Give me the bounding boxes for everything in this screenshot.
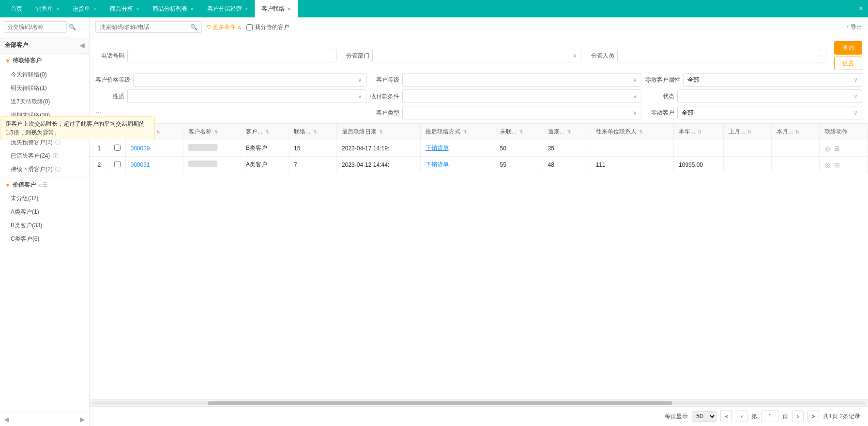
close-icon[interactable]: × [136, 6, 139, 12]
sidebar-item-class-b[interactable]: B类客户(33) [0, 219, 89, 232]
close-icon[interactable]: × [190, 6, 193, 12]
tab-purchase[interactable]: 进货单 × [66, 0, 103, 17]
sort-icon: ⇅ [265, 129, 269, 134]
row-this-month [771, 140, 819, 157]
next-page-button[interactable]: › [792, 411, 804, 422]
th-type[interactable]: 客户... ⇅ [241, 124, 289, 140]
contact-icon[interactable]: ◎ [824, 161, 830, 169]
sidebar-item-7days[interactable]: 近7天待联络(0) [0, 95, 89, 108]
th-overdue[interactable]: 逾期... ⇅ [543, 124, 591, 140]
category-search-input[interactable] [4, 21, 67, 33]
chevron-down-icon: ∨ [853, 93, 858, 100]
phone-input[interactable] [127, 49, 336, 62]
collapse-icon[interactable]: ◀ [80, 42, 84, 49]
tab-home[interactable]: 首页 [4, 0, 29, 17]
more-icon[interactable]: ⊞ [834, 161, 840, 169]
sidebar-item-unclassified[interactable]: 未分组(32) [0, 191, 89, 205]
close-icon[interactable]: × [245, 6, 248, 12]
row-checkbox[interactable] [109, 140, 125, 157]
tab-analysis[interactable]: 商品分析 × [103, 0, 146, 17]
status-select[interactable]: ∨ [677, 89, 862, 103]
th-contacts[interactable]: 往来单位联系人 ⇅ [591, 124, 673, 140]
th-last-contact-method[interactable]: 最后联络方式 ⇅ [420, 124, 495, 140]
tab-customer-contact[interactable]: 客户联络 × [255, 0, 297, 17]
th-this-year[interactable]: 本年... ⇅ [674, 124, 724, 140]
settings-icon[interactable]: ☰ [42, 182, 47, 189]
gender-select[interactable]: ∨ [127, 89, 366, 103]
th-contact[interactable]: 联络... ⇅ [289, 124, 337, 140]
row-last-contact-method[interactable]: 下销货单 [420, 157, 495, 173]
sidebar-item-class-c[interactable]: C类客户(6) [0, 232, 89, 246]
row-code[interactable]: 000039 [125, 140, 183, 157]
customer-type-select[interactable]: ∨ [402, 106, 641, 119]
th-last-contact-date[interactable]: 最后联络日期 ⇅ [337, 124, 421, 140]
sort-icon: ⇅ [313, 129, 317, 134]
row-actions[interactable]: ◎ ⊞ [819, 140, 868, 157]
tab-customer-tier[interactable]: 客户分层经营 × [200, 0, 255, 17]
close-icon[interactable]: × [288, 6, 290, 12]
my-customers-checkbox[interactable]: 我分管的客户 [246, 23, 289, 31]
th-unpaid[interactable]: 未联... ⇅ [495, 124, 543, 140]
more-conditions-button[interactable]: ▽ 更多条件 ∧ [207, 23, 242, 31]
th-name[interactable]: 客户名称 ⇅ [183, 124, 241, 140]
last-page-button[interactable]: » [807, 411, 819, 422]
person-field: 分管人员 ··· [585, 49, 826, 62]
sidebar-item-lost-actual[interactable]: 已流失客户(24) ⓘ [0, 149, 89, 162]
value-customers-group: ▼ 价值客户 ○ ☰ [0, 178, 89, 191]
row-code[interactable]: 000031 [125, 157, 183, 173]
contact-icon[interactable]: ◎ [824, 145, 830, 152]
horizontal-scrollbar[interactable] [90, 399, 868, 406]
next-arrow-icon[interactable]: ▶ [80, 415, 85, 423]
pending-contact-group[interactable]: ▼ 待联络客户 [0, 54, 89, 68]
tab-analysis-list[interactable]: 商品分析列表 × [146, 0, 200, 17]
sort-icon: ⇅ [698, 129, 701, 134]
prev-page-button[interactable]: ‹ [736, 411, 747, 422]
prev-arrow-icon[interactable]: ◀ [4, 415, 9, 423]
sidebar-item-today[interactable]: 今天待联络(0) [0, 68, 89, 81]
page-input[interactable] [761, 411, 778, 422]
row-name[interactable] [183, 140, 241, 157]
per-page-select[interactable]: 20 50 100 [692, 411, 716, 422]
sidebar: 🔍 全部客户 ◀ ▼ 待联络客户 今天待联络(0) 明天待联络(1) 近7天待联… [0, 17, 90, 426]
search-icon[interactable]: 🔍 [69, 24, 76, 30]
main-search-input[interactable] [100, 24, 190, 30]
more-icon[interactable]: ⊞ [834, 145, 840, 152]
sort-icon: ⇅ [639, 129, 643, 134]
main-search-icon[interactable]: 🔍 [190, 24, 198, 30]
row-this-year: 10995.00 [674, 157, 724, 173]
filter-row-2: 客户价格等级 ∨ 客户等级 ∨ 零散客户属性 全部 [95, 73, 862, 87]
retail-attr-select[interactable]: 全部 ∨ [683, 73, 862, 87]
row-name[interactable] [183, 157, 241, 173]
sidebar-item-declining[interactable]: 持续下滑客户(2) ⓘ [0, 162, 89, 176]
retail-select[interactable]: 全部 ∨ [677, 106, 862, 119]
tab-sales[interactable]: 销售单 × [29, 0, 66, 17]
my-customers-check[interactable] [246, 24, 253, 30]
close-all-button[interactable]: × [859, 4, 863, 13]
close-icon[interactable]: × [93, 6, 96, 12]
scroll-track[interactable] [91, 401, 866, 405]
row-checkbox[interactable] [109, 157, 125, 173]
close-icon[interactable]: × [56, 6, 59, 12]
customer-level-select[interactable]: ∨ [402, 73, 641, 87]
row-actions[interactable]: ◎ ⊞ [819, 157, 868, 173]
row-select-checkbox[interactable] [114, 145, 121, 151]
th-last-month[interactable]: 上月... ⇅ [723, 124, 771, 140]
query-button[interactable]: 查询 [834, 41, 862, 55]
payment-select[interactable]: ∨ [402, 89, 641, 103]
export-button[interactable]: ↑ 导出 [846, 23, 862, 31]
retail-field: 零散客户 全部 ∨ [645, 106, 862, 119]
scroll-thumb[interactable] [208, 401, 672, 405]
dept-select[interactable]: ∨ [372, 49, 581, 62]
first-page-button[interactable]: « [720, 411, 732, 422]
edit-icon[interactable]: ○ [38, 182, 41, 189]
all-customers-header[interactable]: 全部客户 ◀ [0, 37, 89, 54]
customer-level-field: 客户等级 ∨ [370, 73, 641, 87]
row-select-checkbox[interactable] [114, 161, 121, 167]
person-select[interactable]: ··· [617, 49, 826, 62]
price-level-select[interactable]: ∨ [133, 73, 366, 87]
sidebar-item-class-a[interactable]: A类客户(1) [0, 205, 89, 219]
th-this-month[interactable]: 本月... ⇅ [771, 124, 819, 140]
sidebar-item-tomorrow[interactable]: 明天待联络(1) [0, 81, 89, 95]
row-last-contact-method[interactable]: 下销货单 [420, 140, 495, 157]
settings-button[interactable]: 设置 [834, 57, 862, 70]
